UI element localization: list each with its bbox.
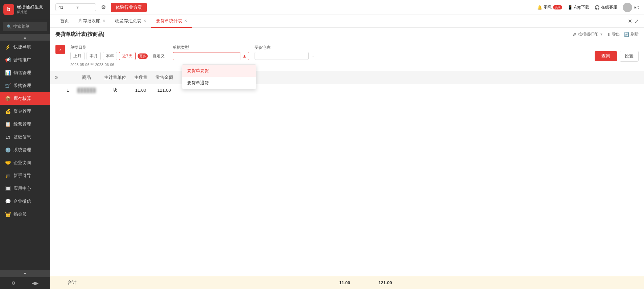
purchase-icon: 🛒 (5, 83, 11, 89)
topbar-left: 41 ▼ ⚙ 体验行业方案 (55, 3, 537, 12)
sidebar-scroll-up[interactable]: ▲ (0, 34, 50, 41)
topbar-gear-btn[interactable]: ⚙ (99, 3, 108, 12)
sidebar-item-label: 企业协同 (14, 160, 31, 166)
topbar: 41 ▼ ⚙ 体验行业方案 🔔 消息 99+ 📱 App下载 🎧 在线客服 (50, 0, 644, 15)
sidebar-item-label: 营销推广 (14, 57, 31, 63)
tab-inventory-batch[interactable]: 库存批次账 ✕ (74, 15, 110, 28)
tab-receive-summary[interactable]: 收发存汇总表 ✕ (110, 15, 151, 28)
sidebar-footer: ⚙ ◀▶ (0, 277, 50, 289)
sidebar-item-inventory[interactable]: 📦 库存核算 (0, 92, 50, 105)
filter-warehouse-more-btn[interactable]: ··· (309, 52, 316, 60)
col-index (63, 71, 73, 84)
sidebar-item-label: 经营管理 (14, 121, 31, 127)
query-btn[interactable]: 查询 (595, 51, 617, 61)
tab-home-label: 首页 (60, 18, 69, 24)
footer-label: 合计 (54, 280, 76, 286)
tab-receive-summary-label: 收发存汇总表 (115, 18, 141, 24)
filter-type-input[interactable] (173, 52, 240, 60)
sidebar-settings-btn[interactable]: ⚙ (11, 281, 16, 286)
sidebar-item-enterprise[interactable]: 🤝 企业协同 (0, 156, 50, 169)
settings-btn[interactable]: 设置 (620, 51, 639, 62)
tabs-expand-icon[interactable]: ⤢ (634, 18, 639, 24)
online-service-btn[interactable]: 🎧 在线客服 (595, 4, 617, 10)
filter-btn-last-7days[interactable]: 近7天 (119, 52, 136, 60)
sidebar-item-finance[interactable]: 💰 资金管理 (0, 105, 50, 118)
filter-btn-this-year[interactable]: 本年 (103, 52, 117, 60)
search-menu[interactable]: 🔍 搜索菜单 (3, 22, 47, 31)
filter-more-badge[interactable]: 更多 (138, 53, 148, 59)
sidebar-item-appcenter[interactable]: 🔲 应用中心 (0, 182, 50, 195)
sidebar-item-purchase[interactable]: 🛒 采购管理 (0, 79, 50, 92)
filter-btn-last-month[interactable]: 上月 (70, 52, 85, 60)
table-settings-icon[interactable]: ⚙ (54, 75, 58, 80)
member-icon: 👑 (5, 211, 11, 217)
search-menu-label: 搜索菜单 (13, 24, 29, 29)
tab-requisition-stats-close[interactable]: ✕ (184, 19, 187, 23)
system-icon: ⚙️ (5, 147, 11, 153)
tab-requisition-stats[interactable]: 要货单统计表 ✕ (151, 15, 192, 28)
filter-btn-this-month[interactable]: 本月 (87, 52, 101, 60)
sidebar-item-marketing[interactable]: 📢 营销推广 (0, 53, 50, 66)
tab-receive-summary-close[interactable]: ✕ (143, 19, 146, 23)
export-btn[interactable]: ⬇ 导出 (607, 31, 620, 37)
store-selector[interactable]: 41 ▼ (55, 3, 96, 11)
tab-home[interactable]: 首页 (55, 15, 74, 28)
topbar-right: 🔔 消息 99+ 📱 App下载 🎧 在线客服 Rit (537, 3, 639, 12)
sales-icon: 📊 (5, 70, 11, 76)
online-service-label: 在线客服 (601, 4, 617, 10)
export-icon: ⬇ (607, 32, 611, 37)
filter-actions: 查询 设置 (595, 51, 639, 62)
main-area: 41 ▼ ⚙ 体验行业方案 🔔 消息 99+ 📱 App下载 🎧 在线客服 (50, 0, 644, 289)
page-header: 要货单统计表(按商品) 🖨 按模板打印 ▼ ⬇ 导出 🔄 刷新 (50, 28, 644, 41)
sidebar-collapse-btn[interactable]: ◀▶ (32, 281, 39, 286)
filter-type-group: 单据类型 ▲ (173, 45, 249, 60)
app-download-label: App下载 (574, 4, 589, 10)
sidebar-item-label: 快捷导航 (14, 44, 31, 50)
product-name: ██████ (77, 88, 96, 93)
refresh-btn[interactable]: 🔄 刷新 (624, 31, 639, 37)
sidebar-item-system[interactable]: ⚙️ 系统管理 (0, 143, 50, 156)
print-btn[interactable]: 🖨 按模板打印 ▼ (573, 31, 603, 37)
sidebar-item-wechat[interactable]: 💬 企业微信 (0, 195, 50, 208)
filter-type-dropdown-btn[interactable]: ▲ (240, 52, 249, 60)
filter-warehouse-input[interactable] (255, 52, 309, 60)
headset-icon: 🎧 (595, 5, 600, 10)
tabs-close-all-icon[interactable]: ✕ (628, 18, 632, 24)
sidebar-item-member[interactable]: 👑 畅会员 (0, 208, 50, 221)
filter-warehouse-label: 要货仓库 (255, 45, 316, 50)
dropdown-item-req-order[interactable]: 要货单要货 (182, 65, 256, 77)
filter-warehouse-row: ··· (255, 52, 316, 60)
filter-type-label: 单据类型 (173, 45, 249, 50)
sidebar-nav: ⚡ 快捷导航 📢 营销推广 📊 销售管理 🛒 采购管理 📦 库存核算 💰 资金管… (0, 41, 50, 270)
appcenter-icon: 🔲 (5, 185, 11, 192)
app-download-btn[interactable]: 📱 App下载 (568, 4, 589, 10)
sidebar-item-basic[interactable]: 🗂 基础信息 (0, 131, 50, 143)
sidebar-item-shortcut[interactable]: ⚡ 快捷导航 (0, 41, 50, 53)
industry-btn[interactable]: 体验行业方案 (111, 3, 147, 12)
sidebar-item-label: 销售管理 (14, 70, 31, 76)
col-settings[interactable]: ⚙ (50, 71, 63, 84)
filter-date-row: 上月 本月 本年 近7天 更多 自定义 (70, 52, 167, 60)
messages-btn[interactable]: 🔔 消息 99+ (537, 4, 562, 10)
enterprise-icon: 🤝 (5, 160, 11, 166)
sidebar-item-operation[interactable]: 📋 经营管理 (0, 118, 50, 131)
sidebar-item-newguide[interactable]: 🎓 新手引导 (0, 169, 50, 182)
refresh-label: 刷新 (630, 31, 639, 37)
tab-inventory-batch-close[interactable]: ✕ (102, 19, 105, 23)
filter-date-range: 2023-05-06 至 2023-06-06 (70, 62, 167, 67)
sidebar-item-sales[interactable]: 📊 销售管理 (0, 66, 50, 79)
finance-icon: 💰 (5, 108, 11, 114)
user-avatar-btn[interactable]: Rit (623, 3, 639, 12)
filter-type-input-row: ▲ (173, 52, 249, 60)
sidebar-item-label: 企业微信 (14, 198, 31, 204)
sidebar-item-label: 资金管理 (14, 108, 31, 114)
row-index: 1 (63, 84, 73, 96)
print-label: 按模板打印 (578, 31, 598, 37)
page-header-actions: 🖨 按模板打印 ▼ ⬇ 导出 🔄 刷新 (573, 31, 639, 37)
sidebar-item-label: 采购管理 (14, 83, 31, 89)
sidebar-scroll-down[interactable]: ▼ (0, 270, 50, 277)
sidebar-item-label: 库存核算 (14, 95, 31, 102)
dropdown-item-req-return[interactable]: 要货单退货 (182, 77, 256, 89)
filter-expand-btn[interactable]: › (55, 45, 65, 54)
filter-btn-custom[interactable]: 自定义 (150, 52, 167, 60)
